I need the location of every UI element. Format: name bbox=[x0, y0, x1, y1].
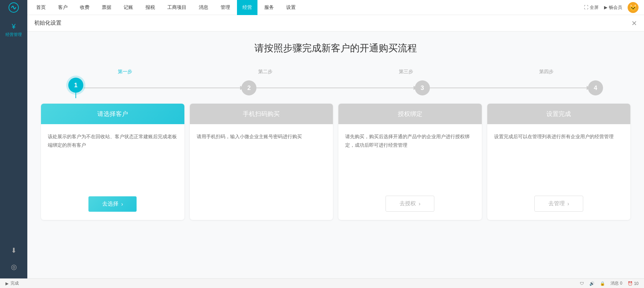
step-card-3: 授权绑定 请先购买，购买后选择开通的产品中的企业用户进行授权绑定，成功后即可进行… bbox=[338, 104, 482, 220]
avatar[interactable]: 🐱 bbox=[628, 2, 639, 13]
step-4-btn-arrow: › bbox=[568, 201, 569, 207]
play-icon: ▶ bbox=[604, 5, 607, 10]
content-header: 初始化设置 ✕ bbox=[27, 15, 644, 31]
nav-item-operation[interactable]: 经营 bbox=[237, 0, 257, 15]
logo-icon bbox=[8, 2, 19, 13]
steps-heading: 请按照步骤完成新客户的开通购买流程 bbox=[41, 42, 630, 55]
step-3-action-button[interactable]: 去授权 › bbox=[386, 196, 434, 212]
step-1-action-button[interactable]: 去选择 › bbox=[88, 196, 137, 212]
nav-item-message[interactable]: 消息 bbox=[193, 0, 214, 15]
step-card-3-body: 请先购买，购买后选择开通的产品中的企业用户进行授权绑定，成功后即可进行经营管理 bbox=[338, 124, 482, 190]
step-card-1-footer: 去选择 › bbox=[41, 191, 184, 220]
step-card-2-body: 请用手机扫码，输入小微企业主账号密码进行购买 bbox=[190, 124, 333, 206]
sidebar-item-operation[interactable]: ¥ 经营管理 bbox=[0, 18, 27, 42]
nav-item-account[interactable]: 记账 bbox=[118, 0, 139, 15]
nav-item-service[interactable]: 服务 bbox=[259, 0, 279, 15]
step-cards: 请选择客户 该处展示的客户为不在回收站、客户状态正常建账后完成老板端绑定的所有客… bbox=[41, 104, 630, 220]
nav-item-manage[interactable]: 管理 bbox=[215, 0, 236, 15]
step-3-label: 第三步 bbox=[399, 69, 413, 74]
step-3-btn-label: 去授权 bbox=[400, 200, 416, 207]
status-text: 完成 bbox=[11, 280, 19, 286]
nav-item-customer[interactable]: 客户 bbox=[53, 0, 73, 15]
page-title: 初始化设置 bbox=[34, 19, 61, 27]
close-button[interactable]: ✕ bbox=[631, 20, 637, 27]
support-icon: ◎ bbox=[11, 263, 17, 271]
content-area: 初始化设置 ✕ 请按照步骤完成新客户的开通购买流程 第一步 第二步 bbox=[27, 15, 644, 278]
operation-icon: ¥ bbox=[12, 23, 15, 30]
step-circle-2: 2 bbox=[241, 80, 256, 95]
vip-button[interactable]: ▶ 畅会员 bbox=[604, 4, 622, 11]
step-card-2: 手机扫码购买 请用手机扫码，输入小微企业主账号密码进行购买 bbox=[190, 104, 333, 220]
step-4-action-button[interactable]: 去管理 › bbox=[534, 196, 583, 212]
status-left: ▶ 完成 bbox=[5, 280, 19, 286]
step-card-4-title: 设置完成 bbox=[546, 110, 571, 117]
chat-icon: 消息 0 bbox=[611, 280, 622, 286]
lock-icon: 🔒 bbox=[600, 281, 605, 286]
step-1-btn-label: 去选择 bbox=[102, 200, 118, 208]
nav-item-bill[interactable]: 票据 bbox=[96, 0, 117, 15]
step-card-1-title: 请选择客户 bbox=[97, 110, 128, 117]
step-4-label: 第四步 bbox=[539, 69, 554, 74]
vip-label: 畅会员 bbox=[609, 4, 622, 11]
step-card-4-body: 设置完成后可以在管理列表进行所有企业用户的经营管理 bbox=[487, 124, 631, 190]
fullscreen-icon: ⛶ bbox=[584, 5, 588, 10]
shield-icon: 🛡 bbox=[580, 281, 584, 286]
nav-right: ⛶ 全屏 ▶ 畅会员 🐱 bbox=[584, 2, 644, 13]
step-circle-4: 4 bbox=[588, 80, 603, 95]
step-card-2-footer bbox=[190, 206, 333, 220]
step-3-btn-arrow: › bbox=[419, 201, 420, 207]
step-card-1: 请选择客户 该处展示的客户为不在回收站、客户状态正常建账后完成老板端绑定的所有客… bbox=[41, 104, 184, 220]
sidebar: ¥ 经营管理 ⬇ ◎ bbox=[0, 15, 27, 278]
main-layout: ¥ 经营管理 ⬇ ◎ 初始化设置 ✕ 请按照步骤完成新客户的开通购买流程 bbox=[0, 15, 644, 278]
steps-content: 请按照步骤完成新客户的开通购买流程 第一步 第二步 第三步 bbox=[27, 31, 644, 278]
step-card-3-title: 授权绑定 bbox=[398, 110, 422, 117]
fullscreen-button[interactable]: ⛶ 全屏 bbox=[584, 4, 599, 11]
volume-icon: 🔊 bbox=[589, 281, 594, 286]
step-card-4: 设置完成 设置完成后可以在管理列表进行所有企业用户的经营管理 去管理 › bbox=[487, 104, 631, 220]
nav-items: 首页 客户 收费 票据 记账 报税 工商项目 消息 管理 经营 服务 设置 bbox=[27, 0, 584, 15]
sidebar-bottom: ⬇ ◎ bbox=[0, 242, 27, 275]
status-bar: ▶ 完成 🛡 🔊 🔒 消息 0 ⏰ 10 bbox=[0, 278, 644, 288]
step-card-4-header: 设置完成 bbox=[487, 104, 631, 124]
sidebar-item-support[interactable]: ◎ bbox=[0, 259, 27, 275]
nav-item-home[interactable]: 首页 bbox=[31, 0, 51, 15]
sidebar-item-label: 经营管理 bbox=[5, 32, 22, 38]
fullscreen-label: 全屏 bbox=[590, 4, 599, 11]
step-card-2-title: 手机扫码购买 bbox=[243, 110, 280, 117]
step-circle-1: 1 bbox=[68, 78, 83, 93]
status-right: 🛡 🔊 🔒 消息 0 ⏰ 10 bbox=[580, 280, 639, 286]
step-2-label: 第二步 bbox=[258, 69, 272, 74]
nav-item-tax[interactable]: 报税 bbox=[140, 0, 160, 15]
step-1-label: 第一步 bbox=[118, 69, 132, 74]
step-card-3-header: 授权绑定 bbox=[338, 104, 482, 124]
logo-area bbox=[0, 0, 27, 15]
step-circle-3: 3 bbox=[415, 80, 430, 95]
step-card-1-header: 请选择客户 bbox=[41, 104, 184, 124]
step-card-4-footer: 去管理 › bbox=[487, 190, 631, 220]
sidebar-item-download[interactable]: ⬇ bbox=[0, 242, 27, 259]
clock-icon: ⏰ 10 bbox=[628, 281, 639, 286]
nav-item-fee[interactable]: 收费 bbox=[74, 0, 95, 15]
step-card-1-body: 该处展示的客户为不在回收站、客户状态正常建账后完成老板端绑定的所有客户 bbox=[41, 124, 184, 191]
nav-item-settings[interactable]: 设置 bbox=[281, 0, 301, 15]
step-1-btn-arrow: › bbox=[121, 201, 123, 207]
top-nav: 首页 客户 收费 票据 记账 报税 工商项目 消息 管理 经营 服务 设置 ⛶ … bbox=[0, 0, 644, 15]
step-card-3-footer: 去授权 › bbox=[338, 190, 482, 220]
nav-item-business[interactable]: 工商项目 bbox=[162, 0, 192, 15]
step-4-btn-label: 去管理 bbox=[548, 200, 565, 207]
download-icon: ⬇ bbox=[11, 246, 17, 254]
step-card-2-header: 手机扫码购买 bbox=[190, 104, 333, 124]
play-icon: ▶ bbox=[5, 281, 9, 286]
